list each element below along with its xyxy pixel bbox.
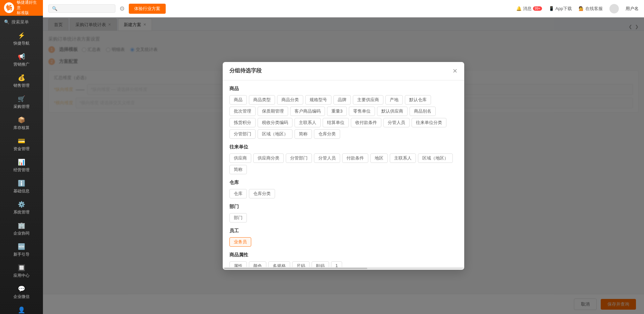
notification-icon: 🔔 [516, 6, 522, 11]
section-warehouse-fields: 仓库仓库分类 [229, 189, 458, 198]
notification-badge: 99+ [533, 6, 542, 11]
field-tag-收付款条件[interactable]: 收付款条件 [351, 118, 381, 127]
field-tag-部门[interactable]: 部门 [229, 213, 247, 223]
user-name[interactable]: 用户名 [626, 6, 639, 12]
hscroll-thumb[interactable] [224, 268, 367, 269]
field-tag-简称[interactable]: 简称 [229, 165, 247, 174]
field-tag-多规格[interactable]: 多规格 [268, 261, 290, 267]
field-tag-分管部门[interactable]: 分管部门 [286, 153, 312, 163]
field-tag-鞋码[interactable]: 鞋码 [312, 261, 329, 267]
field-select-modal: 分组待选字段 ✕ 商品 商品商品类型商品分类规格型号品牌主要供应商产地默认仓库批… [223, 62, 464, 270]
field-tag-仓库[interactable]: 仓库 [229, 189, 247, 198]
field-tag-结算单位[interactable]: 结算单位 [323, 118, 349, 127]
field-tag-产地[interactable]: 产地 [385, 95, 403, 105]
logo-text: 畅捷通好生意 标准版 [17, 0, 39, 16]
sidebar-item-basic[interactable]: ℹ️ 基础信息 [0, 176, 43, 197]
topbar-search[interactable]: 🔍 [48, 4, 115, 13]
logo-icon: 畅 [4, 2, 14, 13]
notification-item[interactable]: 🔔 消息 99+ [516, 6, 542, 12]
quick-nav-icon: ⚡ [18, 32, 25, 39]
field-tag-保质期管理[interactable]: 保质期管理 [258, 107, 288, 116]
field-tag-业务员[interactable]: 业务员 [229, 237, 251, 247]
field-tag-颜色[interactable]: 颜色 [249, 261, 266, 267]
topbar: 🔍 ⚙ 体验行业方案 🔔 消息 99+ 📱 App下载 💁 在线客服 用户名 [43, 0, 644, 17]
field-tag-仓库分类[interactable]: 仓库分类 [314, 129, 340, 139]
field-tag-品牌[interactable]: 品牌 [333, 95, 351, 105]
field-tag-分管部门[interactable]: 分管部门 [229, 129, 256, 139]
modal-header: 分组待选字段 ✕ [223, 62, 464, 80]
field-tag-地区[interactable]: 地区 [370, 153, 388, 163]
finance-icon: 💳 [18, 137, 25, 145]
field-tag-零售单位[interactable]: 零售单位 [349, 107, 375, 116]
topbar-right: 🔔 消息 99+ 📱 App下载 💁 在线客服 用户名 [516, 4, 639, 13]
sidebar-item-member[interactable]: 👤 畅会员 [0, 303, 43, 314]
field-tag-简称[interactable]: 简称 [294, 129, 312, 139]
topbar-search-icon: 🔍 [52, 6, 57, 11]
field-tag-商品类型[interactable]: 商品类型 [249, 95, 275, 105]
user-avatar[interactable] [609, 4, 619, 13]
sidebar-item-system[interactable]: ⚙️ 系统管理 [0, 197, 43, 218]
field-tag-客户商品编码[interactable]: 客户商品编码 [290, 107, 325, 116]
field-tag-仓库分类[interactable]: 仓库分类 [249, 189, 275, 198]
field-tag-商品分类[interactable]: 商品分类 [277, 95, 303, 105]
topbar-search-input[interactable] [59, 6, 106, 11]
section-department-fields: 部门 [229, 213, 458, 223]
field-tag-商品[interactable]: 商品 [229, 95, 247, 105]
field-tag-尺码[interactable]: 尺码 [292, 261, 310, 267]
search-icon: 🔍 [4, 19, 9, 24]
purchase-icon: 🛒 [18, 95, 25, 103]
field-tag-重量3[interactable]: 重量3 [327, 107, 347, 116]
app-download-item[interactable]: 📱 App下载 [549, 6, 572, 12]
inventory-icon: 📦 [18, 116, 25, 124]
field-tag-1[interactable]: 1 [331, 261, 342, 267]
sidebar-item-apps[interactable]: 🔲 应用中心 [0, 261, 43, 282]
field-tag-付款条件[interactable]: 付款条件 [342, 153, 368, 163]
sidebar-item-quick-nav[interactable]: ⚡ 快捷导航 [0, 28, 43, 50]
section-product-title: 商品 [229, 86, 458, 92]
field-tag-默认供应商[interactable]: 默认供应商 [377, 107, 408, 116]
topbar-settings-icon[interactable]: ⚙ [119, 5, 125, 12]
section-product-attr-title: 商品属性 [229, 252, 458, 258]
sidebar-item-purchase[interactable]: 🛒 采购管理 [0, 92, 43, 113]
field-tag-税收分类编码[interactable]: 税收分类编码 [258, 118, 292, 127]
field-tag-分管人员[interactable]: 分管人员 [383, 118, 410, 127]
sidebar-item-guide[interactable]: 🆕 新手引导 [0, 240, 43, 261]
field-tag-主联系人[interactable]: 主联系人 [294, 118, 321, 127]
modal-body[interactable]: 商品 商品商品类型商品分类规格型号品牌主要供应商产地默认仓库批次管理保质期管理客… [223, 80, 464, 267]
experience-button[interactable]: 体验行业方案 [129, 4, 166, 14]
field-tag-主要供应商[interactable]: 主要供应商 [353, 95, 383, 105]
field-tag-主联系人[interactable]: 主联系人 [390, 153, 416, 163]
field-tag-批次管理[interactable]: 批次管理 [229, 107, 256, 116]
field-tag-往来单位分类[interactable]: 往来单位分类 [412, 118, 446, 127]
field-tag-区域（地区）[interactable]: 区域（地区） [258, 129, 292, 139]
search-menu[interactable]: 🔍 搜索菜单 [0, 16, 43, 28]
app-logo: 畅 畅捷通好生意 标准版 [0, 0, 43, 16]
sidebar-item-marketing[interactable]: 📢 营销推广 [0, 50, 43, 71]
sidebar-item-finance[interactable]: 💳 资金管理 [0, 134, 43, 155]
field-tag-规格型号[interactable]: 规格型号 [305, 95, 331, 105]
sidebar-item-wechat[interactable]: 💬 企业微信 [0, 282, 43, 303]
field-tag-区域（地区）[interactable]: 区域（地区） [418, 153, 453, 163]
apps-icon: 🔲 [18, 264, 25, 271]
section-department-title: 部门 [229, 204, 458, 210]
field-tag-拣货积分[interactable]: 拣货积分 [229, 118, 256, 127]
online-service-item[interactable]: 💁 在线客服 [579, 6, 603, 12]
sidebar-item-inventory[interactable]: 📦 库存核算 [0, 113, 43, 134]
field-tag-属性[interactable]: 属性 [229, 261, 247, 267]
section-product-attr-fields: 属性颜色多规格尺码鞋码1 [229, 261, 458, 267]
sidebar-item-sales[interactable]: 💰 销售管理 [0, 71, 43, 92]
sidebar-item-operations[interactable]: 📊 经营管理 [0, 155, 43, 176]
member-icon: 👤 [18, 306, 25, 314]
section-warehouse-title: 仓库 [229, 180, 458, 186]
field-tag-分管人员[interactable]: 分管人员 [314, 153, 340, 163]
marketing-icon: 📢 [18, 53, 25, 60]
field-tag-供应商分类[interactable]: 供应商分类 [253, 153, 284, 163]
modal-close-button[interactable]: ✕ [452, 67, 458, 75]
field-tag-默认仓库[interactable]: 默认仓库 [405, 95, 431, 105]
modal-hscrollbar[interactable] [223, 267, 464, 270]
sidebar-item-enterprise[interactable]: 🏢 企业协同 [0, 218, 43, 240]
section-partner-fields: 供应商供应商分类分管部门分管人员付款条件地区主联系人区域（地区）简称 [229, 153, 458, 174]
field-tag-商品别名[interactable]: 商品别名 [410, 107, 436, 116]
field-tag-供应商[interactable]: 供应商 [229, 153, 251, 163]
mobile-icon: 📱 [549, 6, 554, 11]
